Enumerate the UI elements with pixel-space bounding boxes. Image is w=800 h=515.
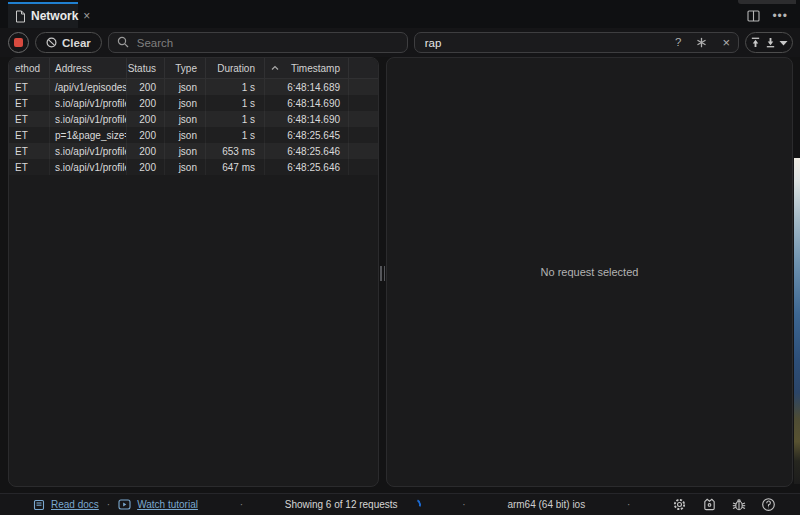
panel-resize-handle[interactable]: [380, 266, 385, 281]
empty-state-message: No request selected: [541, 266, 639, 278]
column-header-address[interactable]: Address: [50, 58, 127, 78]
document-icon: [15, 10, 26, 23]
column-header-method[interactable]: ethod: [9, 58, 50, 78]
column-header-type[interactable]: Type: [165, 58, 206, 78]
help-icon[interactable]: [761, 497, 776, 512]
column-header-duration[interactable]: Duration: [206, 58, 265, 78]
separator-dot: ·: [585, 499, 672, 510]
request-detail-panel: No request selected: [386, 57, 793, 487]
clear-button-label: Clear: [62, 37, 91, 49]
regex-asterisk-icon[interactable]: [696, 37, 707, 48]
split-layout-icon[interactable]: [747, 10, 760, 22]
import-export-group: [745, 32, 793, 53]
request-table-panel: ethod Address Status Type Duration Times…: [8, 57, 379, 487]
status-bar: Read docs · Watch tutorial · Showing 6 o…: [0, 493, 800, 515]
clear-button[interactable]: Clear: [35, 32, 102, 53]
video-play-icon: [118, 499, 131, 510]
bug-icon[interactable]: [732, 497, 746, 512]
tab-network-label: Network: [31, 9, 78, 23]
toolbar: Clear ? ×: [0, 28, 800, 57]
filter-field-wrap: ? ×: [414, 32, 739, 53]
book-icon: [33, 499, 45, 511]
search-input[interactable]: [108, 32, 408, 53]
plugin-manager-icon[interactable]: [702, 497, 717, 512]
settings-gear-icon[interactable]: [672, 497, 687, 512]
column-header-status[interactable]: Status: [127, 58, 165, 78]
request-table-body: ET /api/v1/episodes/c 200 json 1 s 6:48:…: [9, 79, 378, 175]
desktop-wallpaper-sliver: [794, 158, 800, 484]
table-row[interactable]: ET /api/v1/episodes/c 200 json 1 s 6:48:…: [9, 79, 378, 95]
table-row[interactable]: ET s.io/api/v1/profile 200 json 653 ms 6…: [9, 143, 378, 159]
column-header-filler: [349, 58, 378, 78]
filter-clear-icon[interactable]: ×: [722, 36, 730, 49]
record-icon: [14, 38, 23, 47]
filter-help-icon[interactable]: ?: [675, 37, 681, 49]
separator-dot: ·: [198, 499, 285, 510]
column-header-timestamp[interactable]: Timestamp: [265, 58, 349, 78]
table-row[interactable]: ET p=1&page_size=10 200 json 1 s 6:48:25…: [9, 127, 378, 143]
chevron-down-icon[interactable]: [779, 40, 788, 46]
read-docs-link[interactable]: Read docs: [33, 499, 99, 511]
record-toggle-button[interactable]: [8, 32, 29, 53]
table-row[interactable]: ET s.io/api/v1/profile 200 json 1 s 6:48…: [9, 95, 378, 111]
table-header-row: ethod Address Status Type Duration Times…: [9, 58, 378, 79]
table-row[interactable]: ET s.io/api/v1/profile 200 json 647 ms 6…: [9, 159, 378, 175]
watch-tutorial-link[interactable]: Watch tutorial: [118, 499, 198, 510]
separator-dot: ·: [107, 499, 110, 510]
more-menu-icon[interactable]: •••: [772, 12, 788, 20]
upload-icon[interactable]: [750, 37, 761, 48]
search-field-wrap: [108, 32, 408, 53]
separator-dot: ·: [421, 499, 508, 510]
sort-ascending-icon: [271, 65, 279, 71]
request-count-text: Showing 6 of 12 requests: [285, 499, 398, 510]
table-row[interactable]: ET s.io/api/v1/profile 200 json 1 s 6:48…: [9, 111, 378, 127]
clear-icon: [46, 37, 57, 48]
download-icon[interactable]: [765, 37, 776, 48]
background-window-fragment: [738, 0, 796, 4]
search-icon: [117, 36, 129, 48]
tab-bar: Network × •••: [0, 0, 800, 28]
platform-text: arm64 (64 bit) ios: [507, 499, 585, 510]
tab-network[interactable]: Network ×: [8, 2, 78, 28]
tab-close-icon[interactable]: ×: [83, 10, 90, 22]
